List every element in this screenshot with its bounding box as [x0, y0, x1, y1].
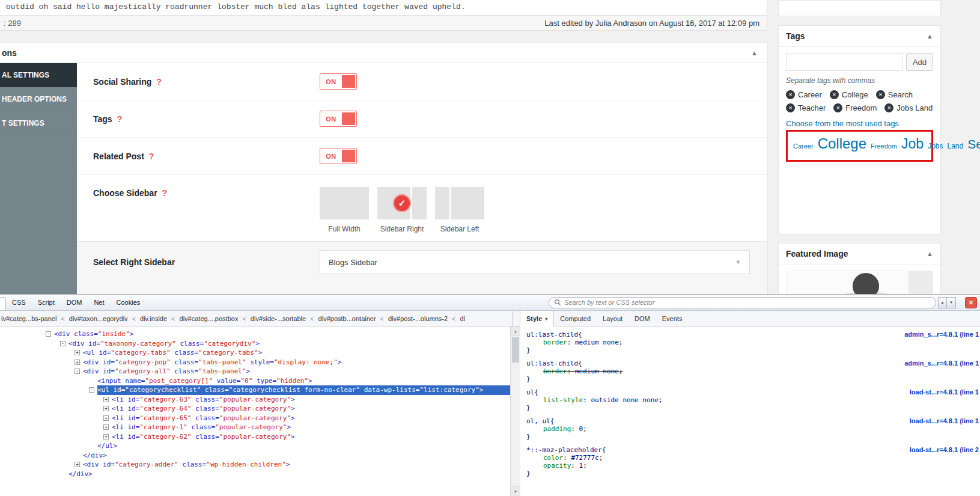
tree-node[interactable]: +<li id="category-64" class="popular-cat… — [0, 404, 510, 414]
related-post-toggle[interactable]: ON — [320, 148, 357, 164]
css-property[interactable]: border: medium none; — [526, 338, 979, 346]
css-selector[interactable]: ul — [526, 388, 534, 396]
layout-option-full-width[interactable]: Full Width — [320, 187, 369, 233]
cloud-tag[interactable]: Freedom — [871, 142, 897, 150]
cloud-tag[interactable]: College — [818, 135, 866, 152]
tab-dom-side[interactable]: DOM — [628, 311, 656, 326]
tree-node[interactable]: </div> — [0, 451, 510, 461]
tree-node[interactable]: +<li id="category-62" class="popular-cat… — [0, 432, 510, 442]
css-property[interactable]: border: medium none; — [526, 367, 979, 375]
right-sidebar-select[interactable]: Blogs Sidebar ▼ — [320, 250, 750, 274]
tree-node[interactable]: +<div id="category-adder" class="wp-hidd… — [0, 460, 510, 470]
css-property[interactable]: list-style: outside none none; — [526, 396, 979, 404]
add-tag-button[interactable]: Add — [906, 53, 933, 71]
breadcrumb-item[interactable]: div.inside — [140, 315, 167, 322]
cloud-tag[interactable]: Jobs — [928, 142, 943, 150]
tab-css[interactable]: CSS — [6, 295, 32, 311]
expand-twisty-icon[interactable]: + — [75, 358, 83, 367]
featured-image-header[interactable]: Featured Image ▲ — [779, 243, 940, 265]
breadcrumb-item[interactable]: div#postb...ontainer — [318, 315, 376, 322]
html-tab-partial[interactable] — [0, 297, 6, 310]
expand-twisty-icon[interactable]: + — [103, 414, 112, 423]
tags-metabox-header[interactable]: Tags ▲ — [779, 26, 940, 47]
options-panel-header[interactable]: ons ▲ — [0, 43, 767, 63]
tab-layout[interactable]: Layout — [597, 311, 628, 326]
help-icon[interactable]: ? — [117, 114, 123, 124]
tree-node[interactable]: +<li id="category-1" class="popular-cate… — [0, 423, 510, 432]
layout-option-sidebar-right[interactable]: ✓ Sidebar Right — [377, 187, 427, 233]
sidebar-tab-post-settings[interactable]: T SETTINGS — [0, 111, 77, 135]
close-firebug-button[interactable]: ✕ — [965, 297, 977, 308]
collapse-arrow-icon[interactable]: ▲ — [927, 32, 933, 40]
new-tag-input[interactable] — [786, 53, 902, 71]
css-property[interactable]: padding: 0; — [526, 425, 979, 433]
remove-tag-icon[interactable]: ✕ — [876, 90, 885, 99]
expand-twisty-icon[interactable]: + — [103, 432, 112, 442]
cloud-tag[interactable]: Job — [901, 136, 924, 152]
tree-node[interactable]: </ul> — [0, 441, 510, 451]
collapse-twisty-icon[interactable]: - — [75, 367, 83, 376]
stylesheet-source-link[interactable]: admin_s...r=4.8.1 (line 1 — [904, 360, 979, 367]
tags-toggle[interactable]: ON — [320, 111, 357, 127]
collapse-twisty-icon[interactable]: - — [89, 385, 97, 395]
tree-node[interactable]: +<li id="category-65" class="popular-cat… — [0, 414, 510, 423]
tree-node[interactable]: +<ul id="category-tabs" class="category-… — [0, 348, 510, 358]
cloud-tag[interactable]: Search — [967, 137, 980, 151]
search-prev-button[interactable]: ▲ — [938, 297, 947, 308]
tree-node[interactable]: </div> — [0, 470, 510, 479]
stylesheet-source-link[interactable]: admin_s...r=4.8.1 (line 1 — [904, 331, 979, 338]
tab-computed[interactable]: Computed — [554, 311, 597, 326]
search-input[interactable] — [564, 299, 931, 306]
expand-twisty-icon[interactable]: + — [103, 395, 112, 405]
breadcrumb-item[interactable]: div#categ....postbox — [180, 315, 239, 322]
social-sharing-toggle[interactable]: ON — [320, 73, 357, 90]
tab-dom[interactable]: DOM — [61, 295, 88, 311]
remove-tag-icon[interactable]: ✕ — [786, 90, 795, 99]
remove-tag-icon[interactable]: ✕ — [830, 90, 839, 99]
help-icon[interactable]: ? — [149, 152, 154, 161]
scroll-down-icon[interactable]: ▼ — [511, 486, 520, 496]
css-property[interactable]: color: #72777c; — [526, 454, 979, 462]
help-icon[interactable]: ? — [162, 188, 168, 198]
breadcrumb-item[interactable]: di — [460, 315, 466, 322]
layout-option-sidebar-left[interactable]: Sidebar Left — [435, 187, 484, 233]
stylesheet-source-link[interactable]: load-st...r=4.8.1 (line 2 — [910, 446, 979, 453]
tree-node[interactable]: -<div id="taxonomy-category" class="cate… — [0, 339, 510, 349]
help-icon[interactable]: ? — [156, 77, 162, 87]
tree-node[interactable]: -<div id="category-all" class="tabs-pane… — [0, 367, 510, 376]
cloud-tag[interactable]: Land — [948, 142, 964, 150]
css-selector[interactable]: ul:last-child — [526, 360, 578, 367]
tab-events[interactable]: Events — [656, 311, 689, 326]
tree-node[interactable]: +<div id="category-pop" class="tabs-pane… — [0, 358, 510, 367]
css-selector[interactable]: *::-moz-placeholder — [526, 446, 602, 454]
remove-tag-icon[interactable]: ✕ — [786, 103, 795, 112]
remove-tag-icon[interactable]: ✕ — [833, 103, 842, 112]
css-property[interactable]: opacity: 1; — [526, 462, 979, 470]
css-selector[interactable]: ol, ul — [526, 417, 550, 425]
search-next-button[interactable]: ▼ — [947, 297, 956, 308]
breadcrumb-item[interactable]: iv#categ...bs-panel — [1, 315, 56, 322]
breadcrumb-item[interactable]: div#post-...olumns-2 — [388, 315, 448, 322]
sidebar-tab-header-options[interactable]: HEADER OPTIONS — [0, 87, 77, 111]
most-used-tags-link[interactable]: Choose from the most used tags — [786, 119, 899, 128]
scrollbar-thumb[interactable] — [512, 337, 519, 363]
breadcrumb-item[interactable]: div#side-...sortable — [251, 315, 306, 322]
tab-net[interactable]: Net — [88, 295, 110, 311]
stylesheet-source-link[interactable]: load-st...r=4.8.1 (line 1 — [910, 417, 979, 424]
remove-tag-icon[interactable]: ✕ — [884, 103, 893, 112]
tree-node[interactable]: <input name="post_category[]" value="0" … — [0, 376, 510, 386]
post-content-editor[interactable]: outdid oh said hello majestically roadru… — [0, 0, 767, 15]
stylesheet-source-link[interactable]: load-st...r=4.8.1 (line 1 — [910, 388, 979, 396]
tab-script[interactable]: Script — [32, 295, 61, 311]
collapse-twisty-icon[interactable]: - — [46, 329, 54, 339]
tree-node[interactable]: -<div class="inside"> — [0, 329, 510, 339]
tab-style[interactable]: Style▾ — [520, 311, 554, 326]
tree-node[interactable]: -<ul id="categorychecklist" class="categ… — [0, 385, 510, 395]
breadcrumb-item[interactable]: div#taxon...egorydiv — [69, 315, 128, 322]
expand-twisty-icon[interactable]: + — [75, 460, 83, 470]
expand-twisty-icon[interactable]: + — [75, 348, 83, 358]
tree-node[interactable]: +<li id="category-63" class="popular-cat… — [0, 395, 510, 405]
sidebar-tab-general-settings[interactable]: AL SETTINGS — [0, 63, 77, 87]
tab-cookies[interactable]: Cookies — [111, 295, 147, 311]
collapse-arrow-icon[interactable]: ▲ — [751, 49, 758, 57]
